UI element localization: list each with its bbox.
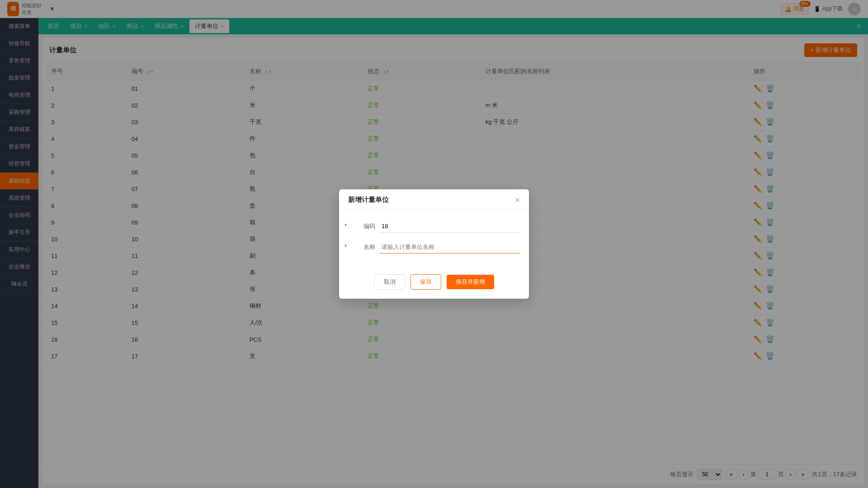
form-row-code: 编码 (348, 220, 520, 233)
dialog-title: 新增计量单位 (348, 196, 389, 204)
code-label: 编码 (348, 222, 375, 230)
cancel-button[interactable]: 取消 (374, 274, 405, 290)
dialog-close-button[interactable]: × (515, 196, 520, 204)
code-input[interactable] (380, 220, 520, 233)
dialog-header: 新增计量单位 × (339, 189, 529, 209)
dialog-body: 编码 名称 (339, 209, 529, 269)
add-unit-dialog: 新增计量单位 × 编码 名称 取消 保存 保存并新增 (339, 189, 529, 299)
name-input[interactable] (380, 241, 520, 253)
form-row-name: 名称 (348, 241, 520, 253)
save-and-new-button[interactable]: 保存并新增 (447, 275, 494, 289)
name-label: 名称 (348, 243, 375, 251)
save-button[interactable]: 保存 (410, 274, 441, 290)
modal-overlay[interactable]: 新增计量单位 × 编码 名称 取消 保存 保存并新增 (0, 0, 868, 488)
dialog-footer: 取消 保存 保存并新增 (339, 269, 529, 299)
